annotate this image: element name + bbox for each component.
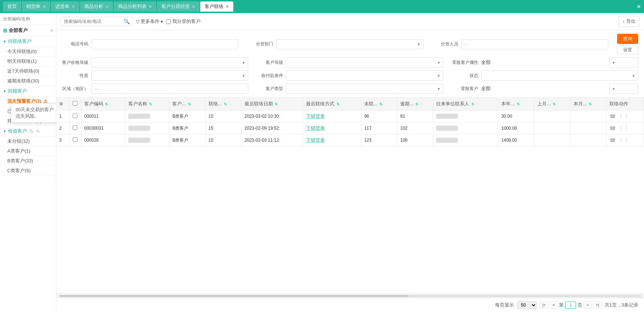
cell-checkbox[interactable] — [69, 110, 81, 122]
contact-icon[interactable]: ☎ — [609, 113, 616, 119]
th-name: 客户名称 ⇅ — [125, 98, 169, 110]
manager-input[interactable]: ··· — [461, 39, 608, 49]
my-customers-checkbox[interactable]: 我分管的客户 — [166, 18, 201, 25]
sort-code-icon[interactable]: ⇅ — [105, 102, 108, 106]
sidebar-item-ungroups[interactable]: 未分组(32) — [0, 137, 56, 146]
sidebar-item-7days[interactable]: 近7天待联络(0) — [0, 66, 56, 76]
sort-this-year-icon[interactable]: ⇅ — [517, 102, 520, 106]
contact-icon[interactable]: ☎ — [609, 125, 616, 131]
tab-sales[interactable]: 销货单 ✕ — [22, 1, 50, 12]
more-conditions-btn[interactable]: ▽ 更多条件 ▾ — [136, 18, 163, 25]
area-label: 区域（地区） — [62, 86, 88, 92]
search-input[interactable] — [64, 19, 122, 24]
sort-name-icon[interactable]: ⇅ — [149, 102, 152, 106]
sidebar-search-input[interactable] — [3, 16, 56, 21]
unit-contact-blurred — [436, 114, 458, 119]
settings-button[interactable]: 设置 — [617, 45, 638, 54]
zero-retail-chevron-icon — [612, 86, 615, 92]
query-button[interactable]: 查询 — [617, 34, 638, 44]
tab-product-analysis[interactable]: 商品分析 ✕ — [80, 1, 113, 12]
sort-this-month-icon[interactable]: ⇅ — [589, 102, 592, 106]
last-contact-type-link[interactable]: 下销货单 — [306, 125, 325, 131]
sidebar-collapse-icon[interactable]: « — [51, 28, 53, 33]
sort-date-icon[interactable]: ⇅ — [275, 102, 278, 106]
area-input[interactable]: ··· — [91, 84, 248, 94]
row-checkbox[interactable] — [73, 137, 77, 142]
refresh-icon[interactable]: ↻ — [30, 129, 34, 134]
row-checkbox[interactable] — [73, 113, 77, 118]
tab-customer-segment-close[interactable]: ✕ — [192, 4, 195, 9]
cell-checkbox[interactable] — [69, 122, 81, 134]
tab-home[interactable]: 首页 — [3, 1, 21, 12]
action-buttons: 查询 设置 — [617, 34, 638, 54]
sidebar-group-value[interactable]: ▼ 价值客户 ↻ ✎ — [0, 126, 56, 137]
sidebar-all-customers[interactable]: ⊞ 全部客户 « — [0, 25, 56, 36]
dept-select[interactable] — [276, 39, 423, 49]
price-level-select[interactable] — [91, 57, 248, 68]
prev-page-button[interactable]: < — [550, 301, 558, 309]
contact-icon[interactable]: ☎ — [609, 137, 616, 143]
cell-checkbox[interactable] — [69, 134, 81, 146]
last-contact-type-link[interactable]: 下销货单 — [306, 113, 325, 119]
sort-last-month-icon[interactable]: ⇅ — [553, 102, 556, 106]
status-select[interactable] — [481, 70, 638, 81]
my-customers-check[interactable] — [166, 19, 171, 24]
row-checkbox[interactable] — [73, 125, 77, 130]
field-zero-retail-attr: 零散客户属性 全部 — [452, 57, 638, 68]
sidebar-item-b-class[interactable]: B类客户(33) — [0, 156, 56, 166]
select-all-checkbox[interactable] — [73, 101, 77, 106]
tab-purchase[interactable]: 进货单 ✕ — [51, 1, 79, 12]
tab-product-analysis-list-close[interactable]: ✕ — [149, 4, 152, 9]
last-page-button[interactable]: >| — [593, 301, 601, 309]
export-button[interactable]: ↑ 导出 — [619, 16, 640, 27]
sort-type-icon[interactable]: ⇅ — [188, 102, 191, 106]
field-gender: 性质 — [62, 70, 248, 81]
cell-contact: 15 — [205, 134, 241, 146]
field-area: 区域（地区） ··· — [62, 84, 248, 94]
tab-customer-contact[interactable]: 客户联络 ✕ — [200, 1, 233, 12]
sidebar-item-c-class[interactable]: C类客户(6) — [0, 166, 56, 176]
more-action-icon[interactable]: ⋮⋮ — [619, 125, 629, 131]
customer-type-select[interactable] — [286, 84, 443, 94]
search-button[interactable]: 🔍 — [124, 19, 130, 24]
customer-level-select[interactable] — [286, 57, 443, 68]
zero-retail-attr-select[interactable] — [609, 57, 638, 68]
tab-product-analysis-close[interactable]: ✕ — [105, 4, 109, 9]
th-settings[interactable]: ⚙ — [56, 98, 69, 110]
phone-input[interactable] — [91, 39, 238, 49]
th-checkbox[interactable] — [69, 98, 81, 110]
sidebar-item-overdue[interactable]: 逾期未联络(30) — [0, 76, 56, 86]
first-page-button[interactable]: |< — [540, 301, 548, 309]
sort-last-type-icon[interactable]: ⇅ — [337, 102, 339, 106]
more-action-icon[interactable]: ⋮⋮ — [619, 137, 629, 143]
tab-purchase-close[interactable]: ✕ — [72, 4, 75, 9]
close-all-button[interactable]: ✕ — [636, 3, 641, 10]
th-type: 客户... ⇅ — [169, 98, 205, 110]
sort-contact-icon[interactable]: ⇅ — [224, 102, 227, 106]
more-action-icon[interactable]: ⋮⋮ — [619, 113, 629, 119]
tab-product-analysis-list[interactable]: 商品分析列表 ✕ — [114, 1, 156, 12]
sort-no-contact-icon[interactable]: ⇅ — [379, 102, 382, 106]
tab-customer-segment[interactable]: 客户分层经营 ✕ — [157, 1, 200, 12]
zero-retail-select[interactable] — [609, 84, 638, 94]
sort-overdue-icon[interactable]: ⇅ — [415, 102, 418, 106]
tab-customer-contact-close[interactable]: ✕ — [226, 4, 229, 9]
edit-icon[interactable]: ✎ — [36, 129, 40, 134]
sidebar-item-today[interactable]: 今天待联络(0) — [0, 47, 56, 57]
sort-unit-contact-icon[interactable]: ⇅ — [471, 102, 474, 106]
gender-select[interactable] — [91, 70, 248, 81]
next-page-button[interactable]: > — [584, 301, 591, 309]
page-number-input[interactable] — [565, 301, 576, 309]
sidebar-group-pending[interactable]: ▼ 待联络客户 — [0, 36, 56, 47]
cell-num: 3 — [56, 134, 69, 146]
sidebar-item-tomorrow[interactable]: 明天待联络(1) — [0, 57, 56, 66]
table-header: ⚙ 客户编码 ⇅ 客户名称 ⇅ 客户... ⇅ — [56, 98, 644, 110]
sidebar-item-a-class[interactable]: A类客户(1) — [0, 146, 56, 156]
tab-sales-close[interactable]: ✕ — [43, 4, 46, 9]
payment-select[interactable] — [286, 70, 443, 81]
last-contact-type-link[interactable]: 下销货单 — [306, 137, 325, 143]
scrollbar-thumb[interactable] — [59, 295, 408, 297]
sidebar-group-review[interactable]: ▼ 回顾客户 — [0, 86, 56, 97]
horizontal-scrollbar[interactable] — [56, 293, 644, 298]
per-page-select[interactable]: 50 100 — [517, 301, 537, 309]
